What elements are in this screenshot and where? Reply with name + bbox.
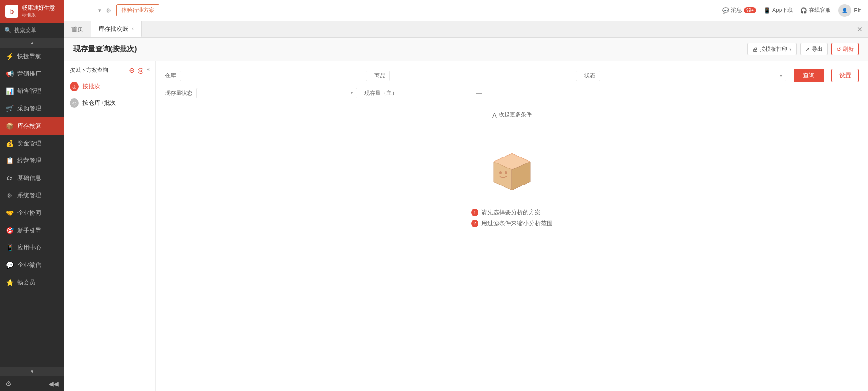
sidebar-item-enterprise[interactable]: 🤝 企业协同 bbox=[0, 204, 64, 222]
collapse-sidebar-icon[interactable]: ◀◀ bbox=[49, 380, 59, 387]
page-content: 现存量查询(按批次) 🖨 按模板打印 ▾ ↗ 导出 ↺ 刷新 bbox=[64, 38, 868, 391]
stock-status-select[interactable]: ▾ bbox=[196, 88, 357, 98]
sidebar-item-label: 企业协同 bbox=[17, 209, 41, 217]
status-select[interactable]: ▾ bbox=[599, 71, 786, 81]
tip-2: 2 用过滤条件来缩小分析范围 bbox=[471, 219, 553, 228]
sidebar-search[interactable]: 🔍 搜索菜单 bbox=[0, 23, 64, 38]
scheme-warehouse-batch-label: 按仓库+批次 bbox=[82, 99, 116, 107]
online-service-label: 在线客服 bbox=[809, 6, 831, 14]
sidebar-item-marketing[interactable]: 📢 营销推广 bbox=[0, 65, 64, 82]
range-dash: — bbox=[476, 90, 482, 97]
sidebar-item-label: 应用中心 bbox=[17, 244, 41, 252]
scheme-settings-icon[interactable]: ◎ bbox=[137, 66, 144, 75]
sidebar-item-label: 快捷导航 bbox=[17, 52, 41, 60]
app-download-label: App下载 bbox=[772, 6, 793, 14]
product-more-icon[interactable]: ··· bbox=[569, 73, 572, 78]
sidebar-item-sales[interactable]: 📊 销售管理 bbox=[0, 82, 64, 100]
sidebar-scroll-down[interactable]: ▼ bbox=[0, 367, 64, 376]
sidebar-item-label: 销售管理 bbox=[17, 87, 41, 95]
empty-illustration bbox=[484, 149, 539, 199]
message-area[interactable]: 💬 消息 99+ bbox=[722, 6, 756, 14]
export-btn[interactable]: ↗ 导出 bbox=[800, 43, 828, 55]
tab-home[interactable]: 首页 bbox=[64, 21, 91, 37]
scheme-panel-actions: ⊕ ◎ « bbox=[129, 66, 150, 75]
quick-nav-icon: ⚡ bbox=[5, 53, 14, 60]
setting-btn[interactable]: 设置 bbox=[831, 69, 859, 82]
sidebar-item-system[interactable]: ⚙ 系统管理 bbox=[0, 187, 64, 204]
sidebar-item-operation[interactable]: 📋 经营管理 bbox=[0, 152, 64, 169]
filter-row-2: 现存量状态 ▾ 现存量（主） — bbox=[165, 88, 859, 98]
status-filter: 状态 ▾ bbox=[584, 71, 786, 81]
sidebar-scroll-up[interactable]: ▲ bbox=[0, 38, 64, 48]
sidebar-item-label: 库存核算 bbox=[17, 122, 41, 130]
warehouse-more-icon[interactable]: ··· bbox=[359, 73, 363, 78]
topbar: ———— ▾ ⚙ 体验行业方案 💬 消息 99+ 📱 App下载 🎧 在线客服 bbox=[64, 0, 868, 21]
sidebar-item-inventory[interactable]: 📦 库存核算 bbox=[0, 117, 64, 135]
breadcrumb-dropdown-icon[interactable]: ▾ bbox=[98, 7, 101, 14]
stock-status-filter: 现存量状态 ▾ bbox=[165, 88, 357, 98]
close-all-tabs-btn[interactable]: ✕ bbox=[852, 21, 868, 37]
sidebar-item-quick-nav[interactable]: ⚡ 快捷导航 bbox=[0, 48, 64, 65]
experience-btn[interactable]: 体验行业方案 bbox=[116, 4, 159, 16]
user-name: Rit bbox=[854, 7, 861, 14]
sidebar-item-basic[interactable]: 🗂 基础信息 bbox=[0, 169, 64, 187]
refresh-icon: ↺ bbox=[836, 46, 841, 53]
refresh-btn[interactable]: ↺ 刷新 bbox=[831, 43, 859, 55]
stock-main-max-input[interactable] bbox=[487, 88, 557, 98]
stock-main-min-input[interactable] bbox=[401, 88, 471, 98]
tab-inventory-batch[interactable]: 库存批次账 × bbox=[91, 21, 142, 37]
topbar-settings-icon[interactable]: ⚙ bbox=[106, 7, 112, 14]
online-service-area[interactable]: 🎧 在线客服 bbox=[800, 6, 831, 14]
warehouse-filter: 仓库 ··· bbox=[165, 71, 367, 81]
stock-main-filter: 现存量（主） — bbox=[364, 88, 556, 98]
user-area[interactable]: 👤 Rit bbox=[838, 4, 861, 17]
print-btn[interactable]: 🖨 按模板打印 ▾ bbox=[747, 43, 797, 55]
stock-main-label: 现存量（主） bbox=[364, 89, 397, 97]
close-all-icon: ✕ bbox=[857, 26, 863, 33]
collapse-scheme-icon[interactable]: « bbox=[147, 66, 150, 75]
sidebar-item-newbie[interactable]: 🎯 新手引导 bbox=[0, 222, 64, 239]
scheme-item-batch[interactable]: ◎ 按批次 bbox=[64, 78, 155, 95]
status-label: 状态 bbox=[584, 72, 595, 80]
scheme-item-warehouse-batch[interactable]: ◎ 按仓库+批次 bbox=[64, 95, 155, 111]
sidebar-item-label: 营销推广 bbox=[17, 70, 41, 78]
app-title-block: 畅康通好生意 标准版 bbox=[22, 5, 55, 18]
sidebar-item-appstore[interactable]: 📱 应用中心 bbox=[0, 239, 64, 256]
sidebar-item-label: 企业微信 bbox=[17, 261, 41, 269]
sidebar-item-wechat[interactable]: 💬 企业微信 bbox=[0, 256, 64, 274]
app-download-area[interactable]: 📱 App下载 bbox=[764, 6, 793, 14]
tab-inventory-batch-label: 库存批次账 bbox=[99, 25, 128, 33]
system-icon: ⚙ bbox=[5, 192, 14, 199]
sales-icon: 📊 bbox=[5, 87, 14, 95]
sidebar-item-label: 资金管理 bbox=[17, 139, 41, 147]
sidebar-item-member[interactable]: ⭐ 畅会员 bbox=[0, 274, 64, 291]
sidebar-item-finance[interactable]: 💰 资金管理 bbox=[0, 135, 64, 152]
sidebar-item-purchase[interactable]: 🛒 采购管理 bbox=[0, 100, 64, 117]
content-area: 按以下方案查询 ⊕ ◎ « ◎ 按批次 ◎ bbox=[64, 61, 868, 391]
sidebar-item-label: 畅会员 bbox=[17, 278, 35, 287]
sidebar-item-label: 基础信息 bbox=[17, 174, 41, 182]
empty-tips: 1 请先选择要分析的方案 2 用过滤条件来缩小分析范围 bbox=[471, 208, 553, 230]
inventory-icon: 📦 bbox=[5, 122, 14, 130]
message-label: 消息 bbox=[731, 6, 742, 14]
print-icon: 🖨 bbox=[753, 46, 758, 53]
stock-status-dropdown-icon: ▾ bbox=[351, 91, 353, 96]
tab-close-icon[interactable]: × bbox=[131, 26, 134, 32]
sidebar-footer: ⚙ ◀◀ bbox=[0, 376, 64, 391]
warehouse-input[interactable]: ··· bbox=[180, 71, 367, 81]
online-service-icon: 🎧 bbox=[800, 7, 807, 14]
sidebar-item-label: 经营管理 bbox=[17, 157, 41, 165]
main-content: ———— ▾ ⚙ 体验行业方案 💬 消息 99+ 📱 App下载 🎧 在线客服 bbox=[64, 0, 868, 391]
collapse-more-btn[interactable]: ⋀ 收起更多条件 bbox=[165, 108, 859, 121]
product-input[interactable]: ··· bbox=[389, 71, 577, 81]
avatar-initials: 👤 bbox=[842, 8, 847, 13]
sidebar: b 畅康通好生意 标准版 🔍 搜索菜单 ▲ ⚡ 快捷导航 📢 营销推广 📊 销售… bbox=[0, 0, 64, 391]
svg-point-5 bbox=[505, 171, 507, 174]
breadcrumb: ———— bbox=[71, 7, 93, 14]
add-scheme-icon[interactable]: ⊕ bbox=[129, 66, 135, 75]
query-btn[interactable]: 查询 bbox=[794, 69, 824, 82]
member-icon: ⭐ bbox=[5, 279, 14, 286]
query-area: 仓库 ··· 商品 ··· bbox=[156, 61, 868, 391]
settings-icon[interactable]: ⚙ bbox=[5, 380, 11, 387]
product-label: 商品 bbox=[374, 72, 385, 80]
